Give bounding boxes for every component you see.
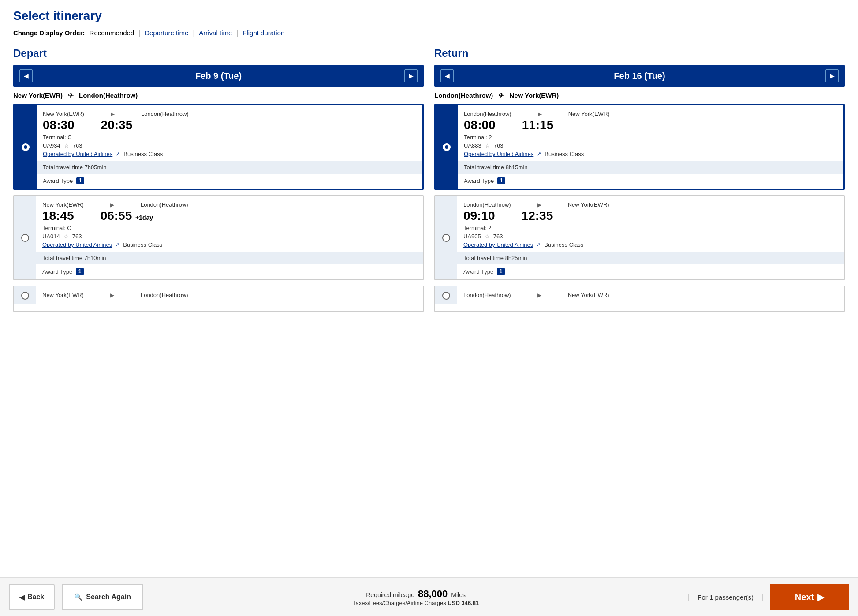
- next-button[interactable]: Next ▶: [770, 584, 849, 610]
- display-order-row: Change Display Order: Recommended | Depa…: [13, 29, 845, 37]
- depart-time-arr-1: 20:35: [101, 118, 133, 132]
- depart-award-row-2: Award Type 1: [42, 264, 417, 279]
- return-airports-3: London(Heathrow) ▶ New York(EWR): [463, 292, 838, 298]
- return-star-icon-2: ☆: [485, 233, 490, 240]
- mileage-label: Required mileage: [366, 591, 414, 598]
- return-flight-num-1: UA883: [464, 142, 481, 149]
- return-aircraft-1: 763: [494, 142, 504, 149]
- search-again-button[interactable]: 🔍 Search Again: [62, 584, 143, 610]
- return-flight-details-1: London(Heathrow) ▶ New York(EWR) 08:00 1…: [458, 105, 843, 189]
- depart-star-icon-1: ☆: [64, 142, 69, 149]
- return-award-badge-1: 1: [497, 177, 505, 184]
- depart-flight-num-1: UA934: [43, 142, 60, 149]
- return-cabin-1: Business Class: [545, 151, 584, 157]
- return-arrow-2: ▶: [537, 202, 541, 208]
- bottom-bar: ◀ Back 🔍 Search Again Required mileage 8…: [0, 577, 858, 616]
- return-time-arr-2: 12:35: [522, 209, 553, 223]
- depart-flight-card-1[interactable]: New York(EWR) ▶ London(Heathrow) 08:30 2…: [13, 104, 424, 190]
- return-terminal-1: Terminal: 2: [464, 134, 837, 141]
- depart-times-1: 08:30 20:35: [43, 118, 416, 132]
- depart-operator-link-1[interactable]: Operated by United Airlines: [43, 151, 112, 157]
- return-travel-time-2: Total travel time 8h25min: [457, 252, 844, 264]
- return-to-3: New York(EWR): [568, 292, 609, 298]
- back-button[interactable]: ◀ Back: [9, 584, 55, 610]
- return-times-1: 08:00 11:15: [464, 118, 837, 132]
- separator2: |: [193, 29, 194, 37]
- return-radio-2[interactable]: [442, 234, 450, 242]
- return-prev-btn[interactable]: ◀: [440, 69, 454, 82]
- return-flight-card-2[interactable]: London(Heathrow) ▶ New York(EWR) 09:10 1…: [434, 195, 845, 280]
- depart-arrow-2: ▶: [110, 202, 114, 208]
- back-label: Back: [27, 593, 44, 601]
- depart-info-row-1: UA934 ☆ 763: [43, 142, 416, 149]
- depart-radio-2[interactable]: [21, 234, 29, 242]
- depart-flight-details-3: New York(EWR) ▶ London(Heathrow): [36, 286, 423, 304]
- next-label: Next: [795, 592, 814, 602]
- return-from-1: London(Heathrow): [464, 111, 511, 117]
- taxes-value: USD 346.81: [448, 600, 479, 606]
- depart-arrow-3: ▶: [110, 292, 114, 298]
- return-flight-details-2: London(Heathrow) ▶ New York(EWR) 09:10 1…: [457, 196, 844, 279]
- return-award-label-1: Award Type: [464, 178, 494, 184]
- depart-airports-2: New York(EWR) ▶ London(Heathrow): [42, 201, 417, 208]
- depart-star-icon-2: ☆: [63, 233, 69, 240]
- depart-time-dep-2: 18:45: [42, 209, 74, 223]
- depart-airports-1: New York(EWR) ▶ London(Heathrow): [43, 111, 416, 117]
- return-ext-icon-2: ↗: [537, 242, 541, 248]
- return-time-arr-1: 11:15: [522, 118, 554, 132]
- return-header: Return: [434, 47, 845, 59]
- depart-ext-icon-1: ↗: [116, 151, 120, 157]
- depart-time-arr-2: 06:55 +1day: [101, 209, 153, 223]
- return-operator-link-1[interactable]: Operated by United Airlines: [464, 151, 533, 157]
- depart-date-nav: ◀ Feb 9 (Tue) ▶: [13, 65, 424, 87]
- depart-radio-col-3: [14, 286, 36, 304]
- return-times-2: 09:10 12:35: [463, 209, 838, 223]
- return-radio-1[interactable]: [443, 143, 451, 151]
- display-order-value: Recommended: [90, 29, 134, 37]
- return-flight-card-3[interactable]: London(Heathrow) ▶ New York(EWR): [434, 286, 845, 312]
- depart-radio-col-2: [14, 196, 36, 279]
- depart-travel-time-1: Total travel time 7h05min: [37, 161, 422, 174]
- depart-flight-card-3[interactable]: New York(EWR) ▶ London(Heathrow): [13, 286, 424, 312]
- return-operator-row-1: Operated by United Airlines ↗ Business C…: [464, 151, 837, 157]
- return-ext-icon-1: ↗: [537, 151, 541, 157]
- depart-award-badge-1: 1: [76, 177, 84, 184]
- return-award-label-2: Award Type: [463, 268, 493, 275]
- sort-flight-duration-link[interactable]: Flight duration: [242, 29, 284, 37]
- separator3: |: [236, 29, 238, 37]
- depart-operator-link-2[interactable]: Operated by United Airlines: [42, 241, 112, 248]
- depart-next-btn[interactable]: ▶: [404, 69, 418, 82]
- return-aircraft-2: 763: [493, 233, 503, 240]
- depart-award-label-1: Award Type: [43, 178, 73, 184]
- return-arrow-1: ▶: [538, 111, 542, 117]
- display-order-label: Change Display Order:: [13, 29, 85, 37]
- depart-award-row-1: Award Type 1: [43, 174, 416, 189]
- return-travel-time-1: Total travel time 8h15min: [458, 161, 843, 174]
- return-radio-col-1: [436, 105, 458, 189]
- depart-terminal-2: Terminal: C: [42, 225, 417, 231]
- depart-radio-3[interactable]: [21, 292, 29, 300]
- depart-flight-card-2[interactable]: New York(EWR) ▶ London(Heathrow) 18:45 0…: [13, 195, 424, 280]
- depart-from-3: New York(EWR): [42, 292, 84, 298]
- miles-unit: Miles: [451, 591, 466, 598]
- sort-departure-time-link[interactable]: Departure time: [145, 29, 188, 37]
- return-next-btn[interactable]: ▶: [825, 69, 839, 82]
- return-flight-card-1[interactable]: London(Heathrow) ▶ New York(EWR) 08:00 1…: [434, 104, 845, 190]
- return-operator-link-2[interactable]: Operated by United Airlines: [463, 241, 533, 248]
- depart-arrow-1: ▶: [111, 111, 115, 117]
- return-info-row-2: UA905 ☆ 763: [463, 233, 838, 240]
- page-title: Select itinerary: [13, 9, 845, 23]
- return-radio-col-2: [435, 196, 457, 279]
- return-time-dep-1: 08:00: [464, 118, 496, 132]
- sort-arrival-time-link[interactable]: Arrival time: [199, 29, 232, 37]
- return-star-icon-1: ☆: [485, 142, 490, 149]
- depart-column: Depart ◀ Feb 9 (Tue) ▶ New York(EWR) ✈ L…: [13, 47, 424, 317]
- return-radio-3[interactable]: [442, 292, 450, 300]
- depart-flight-num-2: UA014: [42, 233, 60, 240]
- depart-info-row-2: UA014 ☆ 763: [42, 233, 417, 240]
- depart-radio-1[interactable]: [22, 143, 30, 151]
- return-airports-2: London(Heathrow) ▶ New York(EWR): [463, 201, 838, 208]
- depart-header: Depart: [13, 47, 424, 59]
- depart-prev-btn[interactable]: ◀: [19, 69, 33, 82]
- return-award-row-1: Award Type 1: [464, 174, 837, 189]
